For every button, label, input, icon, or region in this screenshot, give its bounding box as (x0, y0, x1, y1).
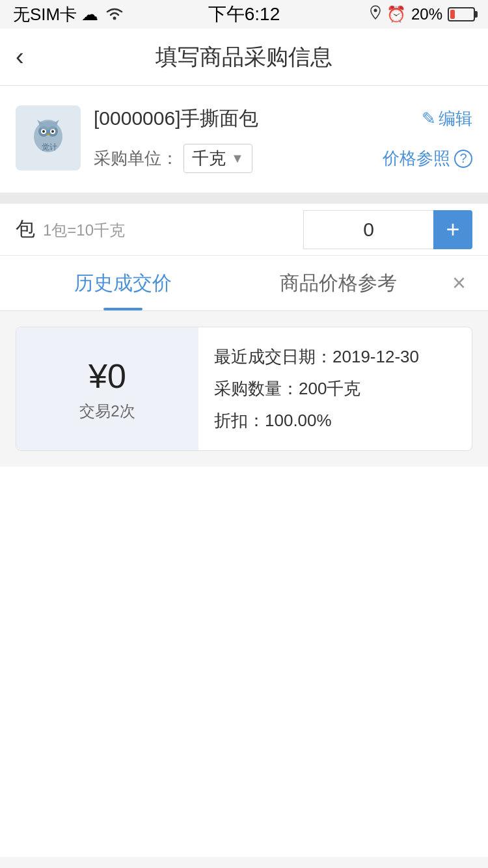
discount-row: 折扣：100.00% (214, 409, 456, 432)
svg-point-10 (39, 120, 57, 130)
chevron-down-icon: ▼ (231, 151, 244, 166)
status-left: 无SIM卡 ☁ (13, 3, 124, 26)
qty-conversion: 1包=10千克 (43, 220, 125, 241)
product-unit-row: 采购单位： 千克 ▼ 价格参照 ? (94, 144, 472, 173)
tab-active-indicator (103, 308, 142, 310)
status-time: 下午6:12 (208, 2, 280, 27)
product-header: [0000006]手撕面包 ✎ 编辑 (94, 105, 472, 132)
quantity-row: 包 1包=10千克 + (0, 204, 488, 256)
page-title: 填写商品采购信息 (156, 42, 332, 72)
edit-icon: ✎ (422, 109, 436, 129)
history-trades: 交易2次 (79, 401, 135, 422)
alarm-icon: ⏰ (386, 5, 406, 23)
tab-close-button[interactable]: × (446, 269, 472, 297)
currency-symbol: ¥ (88, 357, 107, 395)
svg-text:觉计: 觉计 (42, 142, 57, 152)
product-name: [0000006]手撕面包 (94, 105, 258, 132)
svg-point-8 (51, 130, 54, 133)
qty-input[interactable] (303, 210, 433, 249)
qty-row: 采购数量：200千克 (214, 377, 456, 400)
product-thumbnail: 觉计 (16, 105, 81, 170)
history-price-card: ¥0 交易2次 最近成交日期：2019-12-30 采购数量：200千克 折扣：… (16, 327, 472, 451)
help-icon: ? (454, 150, 472, 168)
nav-bar: ‹ 填写商品采购信息 (0, 29, 488, 86)
svg-point-7 (42, 130, 45, 133)
tabs-header: 历史成交价 商品价格参考 × (0, 256, 488, 310)
recent-date-value: 2019-12-30 (332, 347, 419, 366)
unit-value: 千克 (192, 147, 226, 170)
tab-price-ref-label: 商品价格参考 (280, 270, 397, 297)
back-button[interactable]: ‹ (16, 43, 24, 71)
history-price-value: ¥0 (88, 357, 126, 396)
unit-select[interactable]: 千克 ▼ (183, 144, 252, 173)
qty-detail-value: 200千克 (299, 379, 360, 398)
battery-percent: 20% (411, 5, 442, 23)
qty-detail-label: 采购数量： (214, 379, 299, 398)
price-ref-label: 价格参照 (383, 147, 450, 170)
product-card: 觉计 [0000006]手撕面包 ✎ 编辑 采购单位： 千克 ▼ 价格参照 ? (0, 86, 488, 193)
status-bar: 无SIM卡 ☁ 下午6:12 ⏰ 20% (0, 0, 488, 29)
unit-label: 采购单位： (94, 147, 178, 170)
wifi-icon (105, 5, 124, 25)
edit-button[interactable]: ✎ 编辑 (422, 107, 472, 130)
recent-date-row: 最近成交日期：2019-12-30 (214, 346, 456, 368)
svg-point-1 (373, 9, 377, 12)
price-number: 0 (107, 357, 126, 395)
product-info: [0000006]手撕面包 ✎ 编辑 采购单位： 千克 ▼ 价格参照 ? (94, 105, 472, 173)
qty-unit: 包 (16, 216, 35, 243)
tab-history-price[interactable]: 历史成交价 (16, 256, 230, 310)
discount-value: 100.00% (265, 411, 332, 430)
history-price-right: 最近成交日期：2019-12-30 采购数量：200千克 折扣：100.00% (198, 327, 472, 450)
discount-label: 折扣： (214, 411, 265, 430)
qty-right: + (303, 210, 472, 249)
status-right: ⏰ 20% (370, 5, 475, 23)
product-logo: 觉计 (25, 112, 71, 164)
section-divider (0, 193, 488, 204)
content-body (0, 467, 488, 857)
battery-icon (448, 7, 475, 21)
qty-left: 包 1包=10千克 (16, 216, 125, 243)
history-price-left: ¥0 交易2次 (16, 327, 198, 450)
svg-point-0 (113, 16, 116, 20)
location-icon (370, 5, 381, 23)
tab-history-label: 历史成交价 (74, 270, 172, 297)
tabs-container: 历史成交价 商品价格参考 × (0, 256, 488, 311)
qty-plus-button[interactable]: + (433, 210, 472, 249)
price-ref-button[interactable]: 价格参照 ? (383, 147, 472, 170)
carrier-text: 无SIM卡 ☁ (13, 3, 98, 26)
recent-date-label: 最近成交日期： (214, 347, 332, 366)
edit-label: 编辑 (439, 107, 472, 130)
tab-price-ref[interactable]: 商品价格参考 (230, 256, 445, 310)
